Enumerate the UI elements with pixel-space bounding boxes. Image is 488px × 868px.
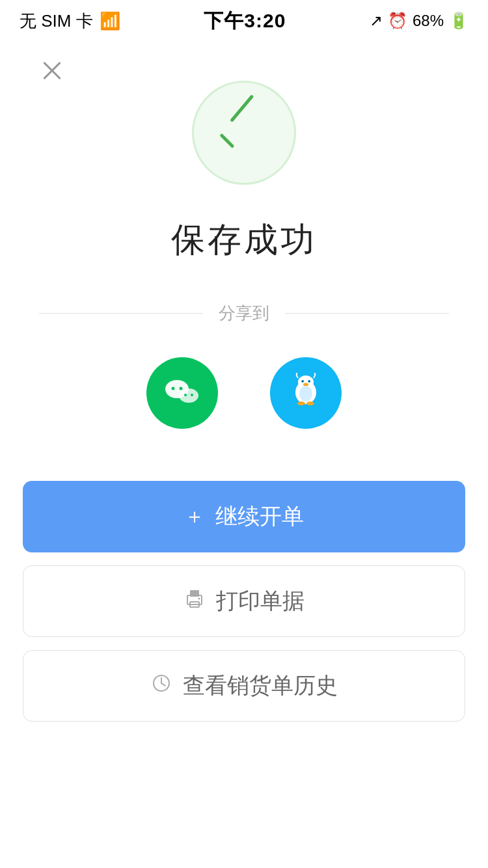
- share-divider: 分享到: [0, 302, 488, 325]
- wechat-icon: [161, 372, 204, 414]
- svg-point-2: [171, 387, 174, 390]
- status-right: ↗ ⏰ 68% 🔋: [370, 12, 468, 30]
- share-icons-row: [146, 357, 342, 429]
- status-time: 下午3:20: [204, 8, 286, 34]
- status-bar: 无 SIM 卡 📶 下午3:20 ↗ ⏰ 68% 🔋: [0, 0, 488, 42]
- svg-point-10: [303, 381, 304, 382]
- location-icon: ↗: [370, 12, 383, 30]
- svg-point-1: [179, 388, 198, 403]
- checkmark-icon: [218, 113, 270, 152]
- svg-line-22: [161, 683, 165, 686]
- share-label: 分享到: [203, 302, 285, 325]
- action-buttons: ＋ 继续开单 打印单据: [23, 481, 465, 722]
- alarm-icon: ⏰: [388, 12, 407, 30]
- divider-line-right: [285, 313, 449, 314]
- svg-point-19: [198, 598, 200, 600]
- history-label: 查看销货单历史: [183, 671, 338, 701]
- battery-percent: 68%: [413, 12, 444, 30]
- qq-share-button[interactable]: [270, 357, 342, 429]
- no-sim-label: 无 SIM 卡: [20, 10, 93, 33]
- qq-icon: [286, 373, 326, 413]
- svg-rect-17: [190, 590, 199, 597]
- svg-point-11: [309, 381, 310, 382]
- plus-icon: ＋: [184, 502, 205, 531]
- print-icon: [183, 588, 206, 615]
- svg-point-14: [297, 401, 305, 405]
- print-button[interactable]: 打印单据: [23, 565, 465, 637]
- svg-point-5: [191, 394, 193, 396]
- wifi-icon: 📶: [100, 11, 120, 31]
- print-label: 打印单据: [216, 586, 305, 616]
- continue-button[interactable]: ＋ 继续开单: [23, 481, 465, 552]
- success-title: 保存成功: [171, 217, 317, 263]
- divider-line-left: [39, 313, 203, 314]
- success-icon-circle: [192, 81, 296, 185]
- history-icon: [150, 672, 172, 699]
- svg-point-12: [303, 383, 308, 387]
- svg-point-15: [306, 401, 314, 405]
- battery-icon: 🔋: [449, 12, 468, 30]
- wechat-share-button[interactable]: [146, 357, 218, 429]
- svg-point-13: [299, 386, 312, 401]
- history-button[interactable]: 查看销货单历史: [23, 650, 465, 722]
- close-button[interactable]: [33, 51, 72, 90]
- main-content: 保存成功 分享到: [0, 42, 488, 722]
- status-left: 无 SIM 卡 📶: [20, 10, 120, 33]
- svg-point-3: [179, 387, 182, 390]
- svg-point-4: [184, 394, 187, 396]
- continue-label: 继续开单: [215, 502, 304, 532]
